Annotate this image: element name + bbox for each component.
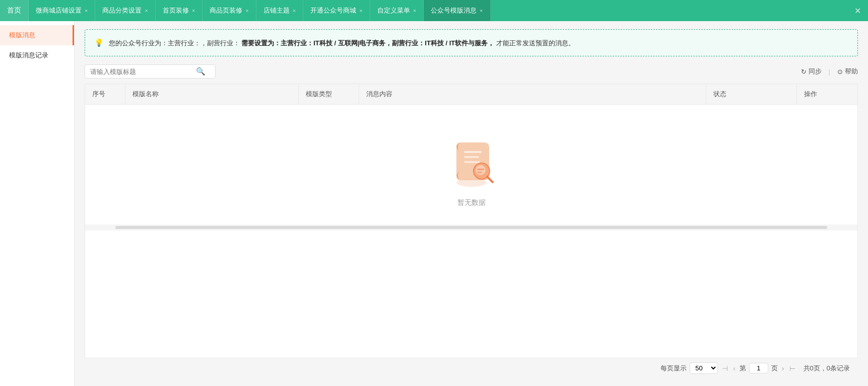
nav-tab-template-msg[interactable]: 公众号模版消息× [424, 0, 490, 21]
close-tab-shop-setting[interactable]: × [85, 8, 88, 14]
page-unit: 页 [771, 364, 778, 373]
close-all-button[interactable]: ✕ [847, 6, 868, 16]
close-tab-product-decor[interactable]: × [245, 8, 248, 14]
col-content: 消息内容 [359, 84, 706, 104]
nav-tab-custom-menu[interactable]: 自定义菜单× [370, 0, 424, 21]
sidebar: 模版消息模版消息记录 [0, 21, 75, 386]
empty-icon [444, 135, 499, 190]
nav-tab-home[interactable]: 首页 [0, 0, 29, 21]
sync-icon: ↻ [801, 68, 807, 75]
nav-tab-home-decor[interactable]: 首页装修× [156, 0, 203, 21]
last-page-button[interactable]: ⊢ [788, 364, 796, 372]
sync-label: 同步 [809, 67, 822, 76]
notice-box: 💡 您的公众号行业为：主营行业：，副营行业： 需要设置为：主营行业：IT科技 /… [85, 29, 858, 56]
notice-icon: 💡 [94, 38, 104, 47]
close-tab-custom-menu[interactable]: × [413, 8, 416, 14]
svg-line-6 [487, 177, 493, 182]
close-tab-home-decor[interactable]: × [192, 8, 195, 14]
svg-rect-3 [464, 161, 480, 163]
svg-rect-8 [477, 172, 482, 173]
search-icon[interactable]: 🔍 [196, 67, 206, 76]
close-tab-template-msg[interactable]: × [480, 8, 483, 14]
table-header: 序号 模版名称 模版类型 消息内容 状态 操作 [85, 84, 857, 105]
first-page-button[interactable]: ⊣ [721, 364, 729, 372]
close-tab-open-mall[interactable]: × [359, 8, 362, 14]
page-size-label: 每页显示 [660, 364, 687, 373]
col-index: 序号 [85, 84, 125, 104]
total-info: 共0页，0条记录 [804, 364, 850, 373]
nav-tab-product-decor[interactable]: 商品页装修× [203, 0, 256, 21]
page-number-input[interactable] [749, 363, 768, 373]
nav-tab-open-mall[interactable]: 开通公众号商城× [303, 0, 370, 21]
search-input[interactable] [90, 68, 196, 75]
col-name: 模版名称 [125, 84, 299, 104]
empty-state: 暂无数据 [85, 105, 857, 222]
notice-highlight: 需要设置为：主营行业：IT科技 / 互联网|电子商务，副营行业：IT科技 / I… [241, 39, 494, 47]
help-icon: ⊙ [837, 68, 843, 75]
next-page-button[interactable]: › [781, 364, 785, 372]
empty-text: 暂无数据 [457, 198, 486, 207]
close-tab-category-setting[interactable]: × [145, 8, 148, 14]
svg-rect-1 [464, 151, 482, 153]
help-label: 帮助 [845, 67, 858, 76]
prev-page-button[interactable]: ‹ [732, 364, 737, 372]
nav-tab-category-setting[interactable]: 商品分类设置× [95, 0, 155, 21]
nav-tab-shop-setting[interactable]: 微商城店铺设置× [29, 0, 95, 21]
close-tab-shop-theme[interactable]: × [293, 8, 296, 14]
col-action: 操作 [797, 84, 857, 104]
search-bar: 🔍 ↻ 同步 | ⊙ 帮助 [85, 64, 858, 79]
horizontal-scrollbar[interactable] [85, 224, 857, 230]
svg-rect-7 [477, 169, 484, 170]
page-label: 第 [740, 364, 746, 373]
main-content: 💡 您的公众号行业为：主营行业：，副营行业： 需要设置为：主营行业：IT科技 /… [75, 21, 868, 386]
divider: | [829, 68, 830, 75]
sidebar-item-template-record[interactable]: 模版消息记录 [0, 45, 74, 65]
nav-tab-shop-theme[interactable]: 店铺主题× [256, 0, 303, 21]
page-size-select[interactable]: 102050100 [690, 362, 718, 374]
notice-prefix: 您的公众号行业为：主营行业：，副营行业： [109, 39, 240, 47]
top-navigation: 首页微商城店铺设置×商品分类设置×首页装修×商品页装修×店铺主题×开通公众号商城… [0, 0, 868, 21]
sync-button[interactable]: ↻ 同步 [801, 67, 822, 76]
table-container: 序号 模版名称 模版类型 消息内容 状态 操作 [85, 84, 858, 358]
search-actions: ↻ 同步 | ⊙ 帮助 [801, 67, 858, 76]
pagination: 每页显示 102050100 ⊣ ‹ 第 页 › ⊢ 共0页，0条记录 [85, 358, 858, 378]
help-button[interactable]: ⊙ 帮助 [837, 67, 858, 76]
notice-suffix: 才能正常发送预置的消息。 [496, 39, 575, 47]
search-input-wrap[interactable]: 🔍 [85, 64, 216, 79]
svg-rect-2 [464, 156, 479, 158]
col-status: 状态 [706, 84, 797, 104]
scrollbar-track [115, 226, 827, 229]
col-type: 模版类型 [299, 84, 359, 104]
page-layout: 模版消息模版消息记录 💡 您的公众号行业为：主营行业：，副营行业： 需要设置为：… [0, 21, 868, 386]
sidebar-item-template-msg[interactable]: 模版消息 [0, 25, 74, 45]
